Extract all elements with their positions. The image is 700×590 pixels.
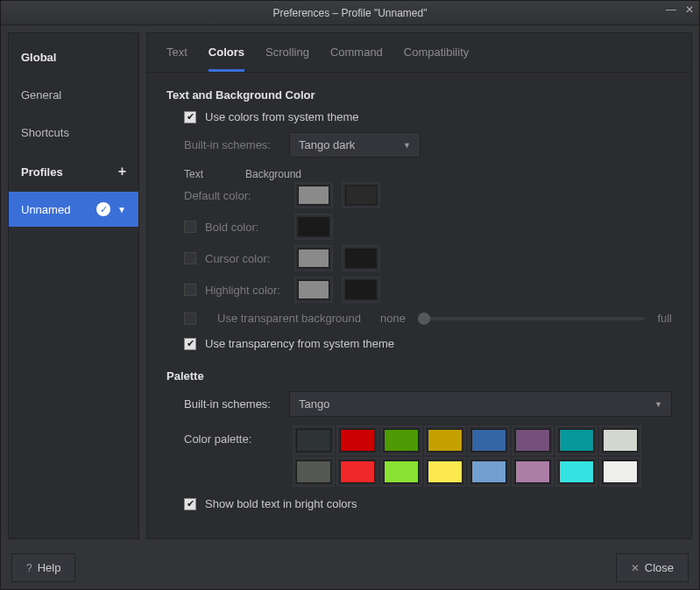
- select-builtin-scheme[interactable]: Tango dark ▼: [289, 132, 421, 158]
- checkbox-use-system-colors[interactable]: ✔: [184, 111, 196, 123]
- label-show-bold-bright: Show bold text in bright colors: [205, 497, 357, 510]
- tab-text[interactable]: Text: [166, 46, 187, 72]
- palette-color-10[interactable]: [384, 460, 419, 483]
- sidebar-heading-profiles: Profiles +: [9, 151, 138, 192]
- palette-color-14[interactable]: [559, 460, 594, 483]
- label-transparency-system: Use transparency from system theme: [205, 337, 394, 350]
- footer: ? Help ✕ Close: [1, 546, 699, 589]
- label-palette-builtin: Built-in schemes:: [184, 397, 289, 411]
- slider-thumb[interactable]: [418, 313, 430, 325]
- swatch-default-text[interactable]: [298, 186, 329, 205]
- help-button[interactable]: ? Help: [11, 553, 75, 582]
- swatch-cursor-bg[interactable]: [345, 249, 377, 268]
- checkbox-transparent-bg[interactable]: [184, 313, 196, 325]
- close-icon[interactable]: ✕: [685, 4, 694, 15]
- add-profile-icon[interactable]: +: [118, 164, 126, 179]
- chevron-down-icon: ▼: [654, 400, 662, 409]
- label-highlight-color: Highlight color:: [205, 284, 280, 297]
- tab-command[interactable]: Command: [330, 46, 383, 72]
- palette-color-9[interactable]: [340, 460, 375, 483]
- tab-bar: Text Colors Scrolling Command Compatibil…: [147, 33, 691, 73]
- sidebar-item-profile-unnamed[interactable]: Unnamed ✓ ▼: [9, 192, 138, 227]
- checkbox-highlight-color[interactable]: [184, 284, 196, 296]
- label-bold-color: Bold color:: [205, 221, 258, 234]
- palette-color-13[interactable]: [515, 460, 550, 483]
- sidebar-heading-global: Global: [9, 39, 138, 76]
- col-header-text: Text: [184, 168, 230, 180]
- label-use-system-colors: Use colors from system theme: [205, 110, 359, 123]
- slider-label-none: none: [380, 312, 406, 325]
- help-icon: ?: [26, 562, 32, 574]
- palette-color-8[interactable]: [296, 460, 331, 483]
- palette-color-1[interactable]: [340, 429, 375, 452]
- checkbox-bold-color[interactable]: [184, 221, 196, 233]
- tab-colors[interactable]: Colors: [209, 46, 244, 72]
- palette-grid: [296, 429, 638, 483]
- chevron-down-icon[interactable]: ▼: [117, 205, 126, 214]
- palette-color-4[interactable]: [471, 429, 506, 452]
- section-title-palette: Palette: [166, 369, 672, 383]
- sidebar-item-shortcuts[interactable]: Shortcuts: [9, 114, 138, 151]
- chevron-down-icon: ▼: [403, 141, 411, 150]
- palette-color-0[interactable]: [296, 429, 331, 452]
- select-palette-scheme[interactable]: Tango ▼: [289, 391, 672, 417]
- label-transparent-bg: Use transparent background: [217, 312, 361, 325]
- swatch-highlight-bg[interactable]: [345, 280, 377, 299]
- label-builtin-schemes: Built-in schemes:: [184, 138, 289, 151]
- content-panel: Text Colors Scrolling Command Compatibil…: [146, 32, 692, 539]
- checkbox-transparency-system[interactable]: ✔: [184, 338, 196, 350]
- sidebar-item-general[interactable]: General: [9, 76, 138, 114]
- palette-color-5[interactable]: [515, 429, 550, 452]
- close-button[interactable]: ✕ Close: [616, 553, 689, 582]
- palette-color-2[interactable]: [384, 429, 419, 452]
- palette-color-3[interactable]: [428, 429, 463, 452]
- sidebar: Global General Shortcuts Profiles + Unna…: [8, 32, 139, 539]
- tab-compatibility[interactable]: Compatibility: [404, 46, 469, 72]
- transparency-slider[interactable]: [418, 317, 645, 320]
- label-cursor-color: Cursor color:: [205, 252, 270, 265]
- swatch-highlight-text[interactable]: [298, 280, 329, 299]
- titlebar: Preferences – Profile "Unnamed" — ✕: [1, 1, 699, 25]
- swatch-default-bg[interactable]: [345, 186, 377, 205]
- tab-scrolling[interactable]: Scrolling: [265, 46, 309, 72]
- palette-color-6[interactable]: [559, 429, 594, 452]
- palette-color-12[interactable]: [471, 460, 506, 483]
- section-title-text-bg: Text and Background Color: [166, 88, 672, 102]
- window-title: Preferences – Profile "Unnamed": [273, 7, 428, 19]
- palette-color-7[interactable]: [603, 429, 638, 452]
- label-default-color: Default color:: [184, 189, 251, 202]
- minimize-icon[interactable]: —: [666, 4, 676, 15]
- checkbox-cursor-color[interactable]: [184, 252, 196, 264]
- palette-color-15[interactable]: [603, 460, 638, 483]
- swatch-cursor-text[interactable]: [298, 249, 329, 268]
- slider-label-full: full: [657, 312, 672, 325]
- palette-color-11[interactable]: [428, 460, 463, 483]
- label-color-palette: Color palette:: [184, 429, 280, 446]
- swatch-bold-text[interactable]: [298, 217, 329, 236]
- check-circle-icon: ✓: [96, 202, 110, 216]
- checkbox-show-bold-bright[interactable]: ✔: [184, 498, 196, 510]
- close-x-icon: ✕: [631, 562, 640, 574]
- col-header-background: Background: [245, 168, 291, 180]
